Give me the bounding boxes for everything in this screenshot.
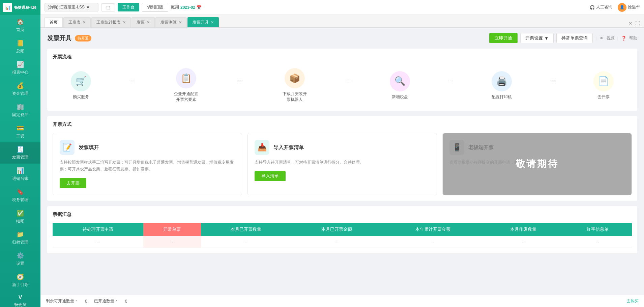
help-label: 帮助 (629, 35, 637, 41)
sidebar-item-invoice-mgmt[interactable]: 🧾 发票管理 (0, 142, 40, 164)
open-method-section-title: 开票方式 (53, 121, 632, 128)
summary-col-monthly-count: 本月已开票数量 (201, 223, 292, 236)
sidebar-item-label: 首页 (16, 27, 24, 33)
sidebar-item-archive[interactable]: 📁 归档管理 (0, 227, 40, 249)
chevron-down-icon: ▼ (544, 36, 549, 41)
cell-monthly-count: -- (201, 236, 292, 248)
summary-col-red-invoice: 红字信息单 (563, 223, 632, 236)
import-card-desc: 支持导入待开票清单，可对待开票清单进行拆分、合并处理。 (255, 159, 430, 166)
period-value: 2023-02 (180, 5, 195, 10)
config-printer-label: 配置打印机 (492, 94, 512, 100)
logo-text: 畅捷通易代账 (14, 5, 36, 10)
tab-invoice-calc[interactable]: 发票测算 ✕ (155, 17, 187, 27)
add-taxdisk-icon: 🔍 (390, 71, 410, 91)
sidebar-item-guide[interactable]: 🧭 新手引导 (0, 270, 40, 291)
tab-salary-report-close[interactable]: ✕ (123, 20, 126, 25)
tab-invoice-open-close[interactable]: ✕ (211, 20, 214, 25)
process-section: 开票流程 🛒 购买服务 ⋯ 📋 企业开通配置开票六要素 ⋯ (47, 49, 637, 111)
user-name: 徐溢华 (628, 4, 640, 10)
workbench-button[interactable]: 工作台 (118, 3, 139, 11)
sidebar-item-label: 总账 (16, 48, 24, 54)
boss-method-card: 📱 老板端开票 查看老板端小程序提交的开票申请，并作出相应处理与审核。 敬请期待 (442, 133, 632, 195)
copy-button[interactable]: ⬚ (101, 3, 115, 11)
tab-salary-label: 工资表 (68, 20, 81, 25)
fixed-assets-icon: 🏢 (17, 103, 24, 111)
sidebar-item-funds[interactable]: 💰 资金管理 (0, 79, 40, 100)
import-card-title: 导入开票清单 (273, 144, 304, 151)
sidebar-item-member[interactable]: V 畅会员 (0, 291, 40, 307)
remaining-value: 0 (85, 299, 87, 304)
period-label: 账期 (171, 4, 179, 10)
old-version-button[interactable]: 切到旧版 (142, 3, 168, 12)
step-arrow-3: ⋯ (346, 77, 352, 94)
consultant-button[interactable]: 🎧 人工咨询 (590, 4, 612, 10)
cell-red-invoice: -- (563, 236, 632, 248)
process-step-download[interactable]: 📦 下载并安装开票机器人 (281, 68, 308, 103)
process-steps: 🛒 购买服务 ⋯ 📋 企业开通配置开票六要素 ⋯ 📦 下载并安装 (53, 65, 632, 105)
sidebar-item-checkout[interactable]: ✅ 结账 (0, 206, 40, 227)
import-card-button[interactable]: 导入清单 (255, 171, 286, 181)
process-step-open-invoice[interactable]: 📄 去开票 (593, 71, 614, 100)
process-step-setup[interactable]: 📋 企业开通配置开票六要素 (173, 68, 200, 103)
abnormal-query-button[interactable]: 异常单票查询 (556, 33, 593, 43)
calendar-icon[interactable]: 📅 (197, 5, 202, 10)
sidebar-item-label: 资金管理 (12, 91, 28, 96)
step-arrow-2: ⋯ (237, 77, 243, 94)
tab-invoice[interactable]: 发票 ✕ (131, 17, 155, 27)
step-arrow-4: ⋯ (448, 77, 454, 94)
sidebar-item-label: 固定资产 (12, 112, 28, 118)
sidebar-item-home[interactable]: 🏠 首页 (0, 15, 40, 36)
restore-button[interactable]: ⛶ (635, 21, 640, 26)
topbar-right: 🎧 人工咨询 👤 徐溢华 (590, 3, 640, 12)
sidebar-item-label: 新手引导 (12, 282, 28, 288)
process-step-taxdisk[interactable]: 🔍 新增税盘 (390, 71, 410, 100)
tabbar: 首页 工资表 ✕ 工资统计报表 ✕ 发票 ✕ 发票测算 ✕ 发票开具 ✕ ✕ ⛶ (40, 15, 644, 28)
tab-salary-report[interactable]: 工资统计报表 ✕ (91, 17, 131, 27)
import-card-header: 📥 导入开票清单 (255, 140, 430, 155)
tab-invoice-open-label: 发票开具 (193, 20, 209, 25)
sidebar-item-label: 报表中心 (12, 69, 28, 75)
close-all-button[interactable]: ✕ (628, 21, 633, 26)
opened-label: 已开通数量： (94, 298, 118, 304)
sidebar-item-ledger[interactable]: 📒 总账 (0, 36, 40, 57)
tab-home[interactable]: 首页 (45, 17, 63, 27)
sidebar-item-settings[interactable]: ⚙️ 设置 (0, 249, 40, 270)
sidebar-item-purchase-sales[interactable]: 📊 进销台账 (0, 164, 40, 185)
open-invoice-icon: 📄 (593, 71, 614, 91)
process-step-printer[interactable]: 🖨️ 配置打印机 (492, 71, 512, 100)
company-selector[interactable]: (勿动) 江西服宝-LSS ▼ (45, 3, 98, 11)
question-icon: ❓ (621, 36, 626, 41)
sidebar-item-fixed-assets[interactable]: 🏢 固定资产 (0, 100, 40, 121)
open-now-button[interactable]: 立即开通 (489, 33, 518, 43)
fill-card-button[interactable]: 去开票 (60, 178, 86, 188)
table-row: -- -- -- -- -- -- -- (53, 236, 632, 248)
guide-icon: 🧭 (17, 273, 24, 281)
sidebar-item-label: 进销台账 (12, 176, 28, 182)
funds-icon: 💰 (17, 82, 24, 89)
sidebar-item-salary[interactable]: 💳 工资 (0, 121, 40, 142)
ledger-icon: 📒 (17, 39, 24, 47)
tab-invoice-close[interactable]: ✕ (147, 20, 150, 25)
tab-invoice-calc-close[interactable]: ✕ (179, 20, 182, 25)
fill-card-icon: 📝 (60, 140, 75, 155)
process-step-buy[interactable]: 🛒 购买服务 (71, 71, 91, 100)
headset-icon: 🎧 (590, 5, 595, 10)
topbar: (勿动) 江西服宝-LSS ▼ ⬚ 工作台 切到旧版 账期 2023-02 📅 … (40, 0, 644, 15)
open-settings-button[interactable]: 开票设置 ▼ (520, 33, 554, 43)
cell-yearly-amount: -- (382, 236, 484, 248)
tab-salary[interactable]: 工资表 ✕ (63, 17, 91, 27)
tab-invoice-calc-label: 发票测算 (160, 20, 177, 25)
sidebar-item-reports[interactable]: 📈 报表中心 (0, 57, 40, 79)
buy-link[interactable]: 去购买 (626, 298, 639, 304)
user-menu[interactable]: 👤 徐溢华 (618, 3, 640, 12)
process-section-title: 开票流程 (53, 54, 632, 60)
content-area: 发票开具 待开通 立即开通 开票设置 ▼ 异常单票查询 | 👁 视频 | ❓ 帮… (40, 28, 644, 295)
cell-abnormal: -- (143, 236, 201, 248)
tab-invoice-open[interactable]: 发票开具 ✕ (187, 17, 219, 27)
tab-salary-close[interactable]: ✕ (83, 20, 86, 25)
buy-service-icon: 🛒 (71, 71, 91, 91)
step-arrow-1: ⋯ (129, 77, 135, 94)
download-robot-icon: 📦 (285, 68, 305, 88)
sidebar-item-tax-mgmt[interactable]: 🔖 税务管理 (0, 185, 40, 206)
sidebar-item-label: 发票管理 (12, 155, 28, 160)
